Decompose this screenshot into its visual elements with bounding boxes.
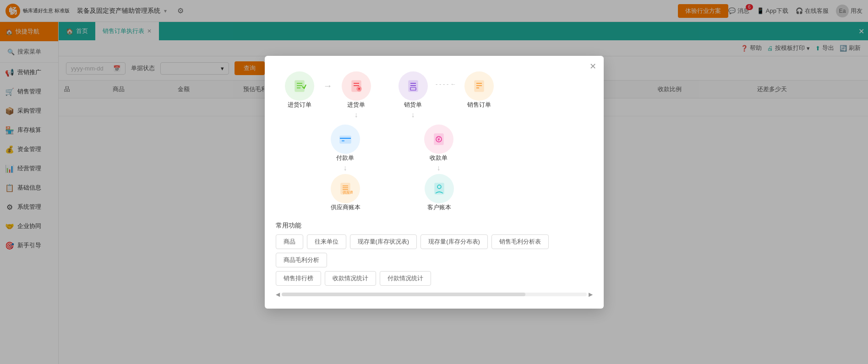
service-icon: 🎧 — [796, 7, 803, 14]
func-btn-goods[interactable]: 商品 — [276, 234, 303, 249]
func-btn-goods-margin[interactable]: 商品毛利分析 — [276, 253, 327, 267]
search-button[interactable]: 查询 — [235, 61, 265, 75]
func-btn-stock-dist[interactable]: 现存量(库存分布表) — [420, 234, 488, 249]
common-func-title: 常用功能 — [276, 222, 593, 230]
func-btn-payment-stats[interactable]: 付款情况统计 — [380, 271, 431, 286]
modal-scrollbar[interactable]: ◀ ▶ — [276, 291, 593, 298]
settings-icon[interactable]: ⚙ — [174, 5, 187, 17]
sales-order-circle — [464, 71, 494, 101]
sidebar-item-marketing[interactable]: 📢 营销推广 — [0, 63, 58, 82]
customer-ledger-label: 客户账本 — [427, 203, 451, 212]
tab-sales-order-exec[interactable]: 销售订单执行表 ✕ — [95, 22, 159, 40]
select-chevron-icon: ▾ — [221, 65, 224, 72]
close-all-tabs-button[interactable]: ✕ — [858, 27, 864, 36]
flow-node-receipt[interactable]: ¥ 收款单 ↓ — [424, 125, 453, 174]
flow-node-purchase[interactable]: 进货单 ↓ — [342, 71, 371, 121]
message-badge: 6 — [746, 4, 753, 10]
inventory-icon: 🏪 — [5, 126, 14, 134]
supplier-ledger-circle: 供应商 — [331, 174, 360, 203]
col-header-pin: 品 — [59, 81, 107, 98]
svg-point-30 — [437, 185, 441, 189]
date-from-input[interactable]: yyyy-mm-dd 📅 — [66, 62, 126, 75]
tab-home[interactable]: 🏠 首页 — [59, 22, 95, 40]
payment-label: 付款单 — [336, 154, 354, 162]
sidebar-item-sales[interactable]: 🛒 销售管理 — [0, 82, 58, 101]
refresh-button[interactable]: 🔄 刷新 — [840, 44, 861, 52]
customer-ledger-circle — [425, 174, 454, 203]
user-menu[interactable]: Ea 用友 — [836, 5, 863, 17]
purchase-circle — [342, 71, 371, 101]
sidebar-nav: 📢 营销推广 🛒 销售管理 📦 采购管理 🏪 库存核算 💰 资金管 — [0, 63, 58, 364]
purchase-label: 进货单 — [347, 101, 365, 109]
receipt-circle: ¥ — [424, 125, 453, 154]
flow-node-customer-ledger[interactable]: 客户账本 — [425, 174, 454, 212]
receipt-label: 收款单 — [430, 154, 448, 162]
purchase-order-circle — [285, 71, 314, 101]
arrow-purchase-to-payment: ↓ — [355, 111, 358, 119]
func-btn-stock-status[interactable]: 现存量(库存状况表) — [350, 234, 417, 249]
try-industry-button[interactable]: 体验行业方案 — [678, 4, 728, 18]
flow-node-sales-invoice[interactable]: 销货单 ↓ — [399, 71, 428, 121]
svg-rect-0 — [295, 81, 304, 92]
print-chevron-icon: ▾ — [807, 45, 810, 52]
func-btn-partners[interactable]: 往来单位 — [307, 234, 346, 249]
template-print-button[interactable]: 🖨 按模板打印 ▾ — [767, 44, 810, 52]
func-btn-receipt-stats[interactable]: 收款情况统计 — [325, 271, 376, 286]
arrow-invoice-to-receipt: ↓ — [411, 111, 415, 119]
message-icon: 💬 — [728, 7, 736, 14]
scroll-track — [282, 293, 587, 296]
status-select[interactable]: ▾ — [160, 62, 229, 75]
modal-close-button[interactable]: ✕ — [590, 61, 596, 71]
arrow-receipt-to-customer: ↓ — [437, 164, 441, 172]
sidebar-search[interactable]: 🔍 搜索菜单 — [0, 41, 58, 63]
status-label: 单据状态 — [131, 64, 155, 72]
sales-icon: 🛒 — [5, 87, 14, 96]
export-button[interactable]: ⬆ 导出 — [815, 44, 834, 52]
svg-text:¥: ¥ — [437, 137, 440, 142]
flow-modal: ✕ 进货订单 — [265, 56, 604, 309]
logo-icon: 畅 — [5, 4, 20, 18]
func-btn-sales-rank[interactable]: 销售排行榜 — [276, 271, 321, 286]
online-service-button[interactable]: 🎧 在线客服 — [796, 7, 829, 15]
sidebar-item-basic[interactable]: 📋 基础信息 — [0, 178, 58, 197]
sidebar-item-operations[interactable]: 📊 经营管理 — [0, 159, 58, 178]
sidebar-item-enterprise[interactable]: 🤝 企业协同 — [0, 217, 58, 236]
search-icon: 🔍 — [7, 49, 15, 55]
scroll-right-arrow[interactable]: ▶ — [589, 291, 593, 298]
logo-text: 畅库通好生意 标准版 — [23, 7, 70, 14]
payment-circle — [331, 125, 360, 154]
purchase-order-label: 进货订单 — [288, 101, 311, 109]
flow-node-supplier-ledger[interactable]: 供应商 供应商账本 — [331, 174, 360, 212]
refresh-icon: 🔄 — [840, 45, 847, 52]
tab-close-icon[interactable]: ✕ — [147, 28, 152, 34]
supplier-ledger-label: 供应商账本 — [331, 203, 360, 212]
finance-icon: 💰 — [5, 145, 14, 153]
help-button[interactable]: ❓ 帮助 — [741, 44, 762, 52]
sidebar-item-system[interactable]: ⚙ 系统管理 — [0, 197, 58, 217]
sidebar-item-purchase[interactable]: 📦 采购管理 — [0, 101, 58, 120]
svg-rect-20 — [342, 140, 344, 141]
quick-nav[interactable]: 🏠 快捷导航 — [0, 22, 58, 41]
calendar-icon: 📅 — [113, 65, 120, 72]
arrow-purchase-to-purchasebill: → — [314, 71, 342, 91]
system-title: 装备及固定资产辅助管理系统 ▾ ⚙ — [77, 5, 678, 17]
basic-icon: 📋 — [5, 184, 14, 192]
flow-diagram: 进货订单 → — [276, 67, 593, 216]
func-btn-sales-margin[interactable]: 销售毛利分析表 — [491, 234, 549, 249]
flow-node-sales-order[interactable]: 销售订单 — [464, 71, 494, 109]
message-button[interactable]: 💬 消息 6 — [728, 7, 749, 15]
sales-invoice-label: 销货单 — [404, 101, 422, 109]
avatar: Ea — [836, 5, 849, 17]
flow-node-purchase-order[interactable]: 进货订单 — [285, 71, 314, 109]
sidebar-item-guide[interactable]: 🎯 新手引导 — [0, 236, 58, 255]
sidebar-item-inventory[interactable]: 🏪 库存核算 — [0, 120, 58, 140]
chevron-down-icon[interactable]: ▾ — [164, 8, 167, 14]
sidebar-item-finance[interactable]: 💰 资金管理 — [0, 140, 58, 159]
scroll-left-arrow[interactable]: ◀ — [276, 291, 280, 298]
print-icon: 🖨 — [767, 45, 773, 52]
flow-node-payment[interactable]: 付款单 ↓ — [331, 125, 360, 174]
scroll-thumb[interactable] — [282, 293, 526, 296]
common-functions: 常用功能 商品 往来单位 现存量(库存状况表) 现存量(库存分布表) 销售毛利分… — [276, 222, 593, 286]
content-header: ❓ 帮助 🖨 按模板打印 ▾ ⬆ 导出 🔄 刷新 — [59, 40, 868, 56]
app-download-button[interactable]: 📱 App下载 — [757, 7, 788, 15]
